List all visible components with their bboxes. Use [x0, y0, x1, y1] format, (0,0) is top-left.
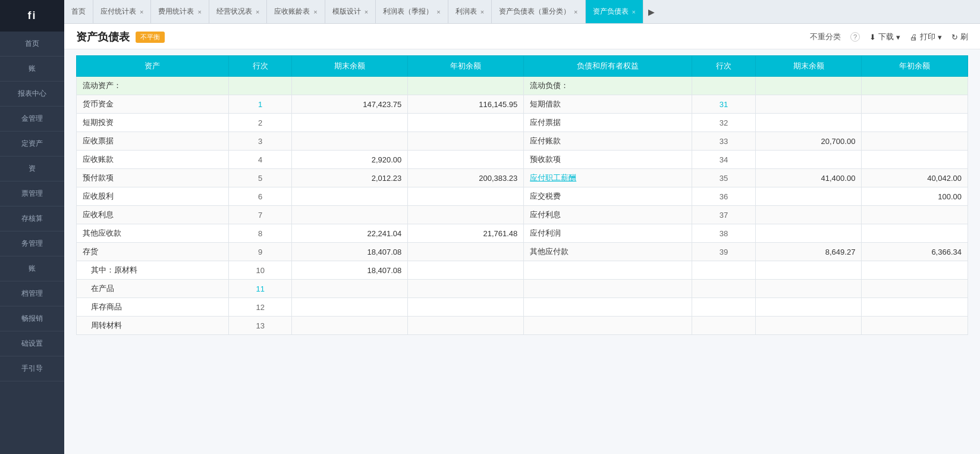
tab-receivable-aging[interactable]: 应收账龄表 × — [267, 0, 325, 24]
tab-operations[interactable]: 经营状况表 × — [209, 0, 267, 24]
tab-profit[interactable]: 利润表 × — [448, 0, 492, 24]
right-year-13 — [862, 317, 968, 335]
refresh-button[interactable]: ↻ 刷 — [951, 32, 968, 42]
left-row-10: 10 — [228, 261, 291, 280]
right-end-3: 20,700.00 — [755, 132, 862, 151]
col-header-row-right: 行次 — [692, 56, 755, 77]
tab-balance-reclassified-close[interactable]: × — [574, 8, 577, 15]
help-icon[interactable]: ? — [850, 32, 860, 42]
right-row-12 — [692, 298, 755, 317]
tab-profit-quarterly-close[interactable]: × — [436, 8, 440, 15]
download-chevron-icon: ▾ — [896, 33, 900, 42]
table-row: 预付款项 5 2,012.23 200,383.23 应付职工薪酬 35 41,… — [77, 169, 968, 187]
left-row-11: 11 — [228, 280, 291, 298]
col-header-liabilities: 负债和所有者权益 — [524, 56, 692, 77]
right-end-4 — [755, 151, 862, 169]
tab-template-design[interactable]: 模版设计 × — [325, 0, 376, 24]
print-chevron-icon: ▾ — [938, 33, 942, 42]
tab-profit-close[interactable]: × — [480, 8, 484, 15]
print-icon: 🖨 — [910, 33, 918, 42]
tab-payable-stats-close[interactable]: × — [140, 8, 143, 15]
sidebar-item-home[interactable]: 首页 — [0, 32, 64, 57]
right-year-1 — [862, 95, 968, 114]
tab-expense-stats[interactable]: 费用统计表 × — [151, 0, 209, 24]
left-row-8: 8 — [228, 224, 291, 243]
tab-expense-stats-label: 费用统计表 — [158, 7, 194, 17]
sidebar-item-inventory[interactable]: 存核算 — [0, 206, 64, 231]
tab-template-design-close[interactable]: × — [365, 8, 368, 15]
right-label-6: 应交税费 — [524, 187, 692, 206]
tab-balance[interactable]: 资产负债表 × — [586, 0, 643, 24]
category-row-current: 流动资产： 流动负债： — [77, 77, 968, 95]
tab-payable-stats[interactable]: 应付统计表 × — [93, 0, 151, 24]
tab-payable-stats-label: 应付统计表 — [100, 7, 136, 17]
tab-balance-reclassified[interactable]: 资产负债表（重分类） × — [492, 0, 585, 24]
left-label-7: 应收利息 — [77, 206, 229, 224]
right-year-9: 6,366.34 — [862, 243, 968, 261]
sidebar-item-reports[interactable]: 报表中心 — [0, 82, 64, 107]
tab-receivable-aging-close[interactable]: × — [313, 8, 317, 15]
left-year-10 — [408, 261, 524, 280]
sidebar-item-assets[interactable]: 定资产 — [0, 131, 64, 156]
right-end-6 — [755, 187, 862, 206]
left-label-12: 库存商品 — [77, 298, 229, 317]
sidebar-item-account[interactable]: 账 — [0, 57, 64, 82]
right-row-4: 34 — [692, 151, 755, 169]
refresh-label: 刷 — [960, 32, 968, 42]
sidebar-item-capital[interactable]: 资 — [0, 156, 64, 181]
right-label-11 — [524, 280, 692, 298]
left-label-3: 应收票据 — [77, 132, 229, 151]
balance-sheet-table: 资产 行次 期末余额 年初余额 负债和所有者权益 行次 期末余额 年初余额 流动… — [76, 55, 968, 335]
right-year-5: 40,042.00 — [862, 169, 968, 187]
left-row-5: 5 — [228, 169, 291, 187]
tab-home[interactable]: 首页 — [64, 0, 93, 24]
right-label-12 — [524, 298, 692, 317]
left-year-4 — [408, 151, 524, 169]
sidebar-item-expense[interactable]: 畅报销 — [0, 306, 64, 331]
sidebar: fi 首页 账 报表中心 金管理 定资产 资 票管理 存核算 务管理 账 档管理… — [0, 0, 64, 454]
right-end-12 — [755, 298, 862, 317]
download-button[interactable]: ⬇ 下载 ▾ — [869, 32, 900, 42]
sidebar-item-ledger[interactable]: 账 — [0, 256, 64, 281]
right-year-11 — [862, 280, 968, 298]
left-label-4: 应收账款 — [77, 151, 229, 169]
left-label-5: 预付款项 — [77, 169, 229, 187]
sidebar-item-tax[interactable]: 务管理 — [0, 231, 64, 256]
table-row-sub: 库存商品 12 — [77, 298, 968, 317]
left-year-5: 200,383.23 — [408, 169, 524, 187]
sidebar-item-invoice[interactable]: 票管理 — [0, 181, 64, 206]
left-row-2: 2 — [228, 114, 291, 132]
left-end-8: 22,241.04 — [292, 224, 408, 243]
col-header-row-left: 行次 — [228, 56, 291, 77]
left-row-9: 9 — [228, 243, 291, 261]
cat-end-left — [292, 77, 408, 95]
tab-expense-stats-close[interactable]: × — [197, 8, 201, 15]
tab-operations-close[interactable]: × — [256, 8, 259, 15]
table-row: 短期投资 2 应付票据 32 — [77, 114, 968, 132]
table-row: 其他应收款 8 22,241.04 21,761.48 应付利润 38 — [77, 224, 968, 243]
sidebar-item-settings[interactable]: 础设置 — [0, 331, 64, 356]
header-actions: 不重分类 ? ⬇ 下载 ▾ 🖨 打印 ▾ ↻ 刷 — [810, 32, 968, 42]
left-end-1: 147,423.75 — [292, 95, 408, 114]
left-end-9: 18,407.08 — [292, 243, 408, 261]
left-year-13 — [408, 317, 524, 335]
right-end-1 — [755, 95, 862, 114]
tab-balance-close[interactable]: × — [632, 8, 636, 15]
right-row-9: 39 — [692, 243, 755, 261]
tab-scroll-right[interactable]: ▶ — [643, 7, 659, 17]
sidebar-item-finance[interactable]: 金管理 — [0, 107, 64, 131]
right-label-7: 应付利息 — [524, 206, 692, 224]
cat-year-left — [408, 77, 524, 95]
right-row-2: 32 — [692, 114, 755, 132]
tab-bar: 首页 应付统计表 × 费用统计表 × 经营状况表 × 应收账龄表 × 模版设计 … — [64, 0, 980, 24]
left-label-13: 周转材料 — [77, 317, 229, 335]
right-end-7 — [755, 206, 862, 224]
tab-profit-label: 利润表 — [456, 7, 477, 17]
left-end-4: 2,920.00 — [292, 151, 408, 169]
right-label-9: 其他应付款 — [524, 243, 692, 261]
print-button[interactable]: 🖨 打印 ▾ — [910, 32, 942, 42]
tab-profit-quarterly[interactable]: 利润表（季报） × — [376, 0, 448, 24]
sidebar-item-guide[interactable]: 手引导 — [0, 356, 64, 381]
sidebar-item-docs[interactable]: 档管理 — [0, 281, 64, 306]
right-end-13 — [755, 317, 862, 335]
